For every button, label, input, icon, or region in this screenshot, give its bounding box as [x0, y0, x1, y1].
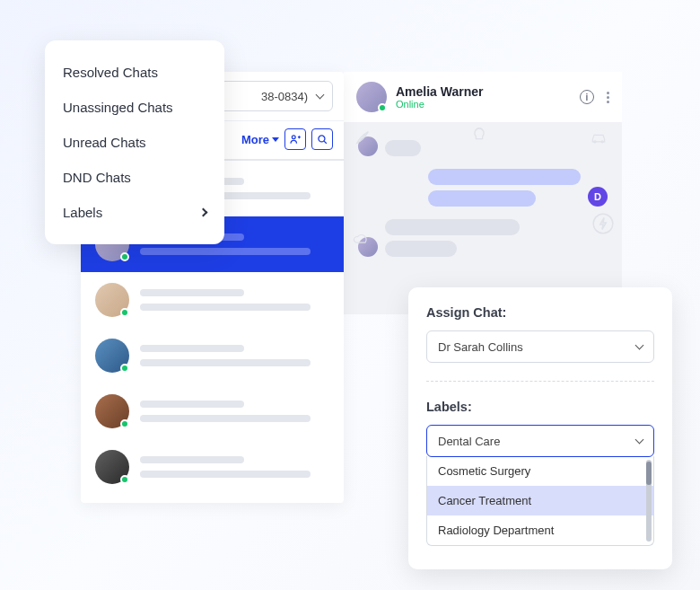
- contact-name: Amelia Warner: [396, 84, 484, 99]
- filter-item-label: DND Chats: [63, 170, 131, 185]
- labels-select[interactable]: Dental Care: [426, 425, 654, 457]
- add-user-button[interactable]: [284, 128, 306, 150]
- bolt-icon: [591, 212, 615, 235]
- assign-chat-value: Dr Sarah Collins: [438, 340, 523, 354]
- conversation-body: D: [344, 122, 622, 284]
- svg-point-0: [292, 136, 295, 139]
- caret-down-icon: [272, 137, 279, 142]
- info-icon[interactable]: i: [580, 90, 594, 104]
- assign-panel: Assign Chat: Dr Sarah Collins Labels: De…: [408, 287, 672, 569]
- conversation-header: Amelia Warner Online i: [344, 72, 622, 122]
- filter-menu: Resolved Chats Unassinged Chats Unread C…: [45, 40, 224, 244]
- conversation-panel: Amelia Warner Online i D: [344, 72, 622, 314]
- avatar: [95, 450, 129, 484]
- chat-row[interactable]: [81, 383, 344, 439]
- bulb-icon: [469, 126, 489, 145]
- assign-chat-select[interactable]: Dr Sarah Collins: [426, 330, 654, 363]
- divider: [426, 381, 654, 382]
- chevron-down-icon: [635, 436, 644, 445]
- labels-options-popup: Cosmetic Surgery Cancer Treatment Radiol…: [426, 456, 654, 546]
- chat-row[interactable]: [81, 439, 344, 495]
- label-option[interactable]: Cosmetic Surgery: [427, 456, 653, 486]
- labels-section-label: Labels:: [426, 400, 654, 414]
- avatar: [95, 394, 129, 428]
- svg-point-1: [318, 135, 324, 141]
- filter-item-label: Labels: [63, 205, 102, 220]
- chevron-right-icon: [199, 208, 208, 217]
- label-option-highlighted[interactable]: Cancer Treatment: [427, 486, 653, 515]
- car-icon: [588, 128, 609, 145]
- message-row-right: D: [358, 169, 608, 207]
- chevron-down-icon: [316, 91, 325, 100]
- avatar: [95, 283, 129, 317]
- search-button[interactable]: [311, 128, 333, 150]
- filter-item-resolved[interactable]: Resolved Chats: [45, 55, 224, 90]
- filter-item-label: Unassinged Chats: [63, 100, 173, 115]
- avatar: [95, 339, 129, 373]
- svg-point-5: [593, 214, 613, 233]
- chat-row[interactable]: [81, 328, 344, 383]
- filter-item-unassigned[interactable]: Unassinged Chats: [45, 90, 224, 125]
- rocket-icon: [353, 128, 372, 147]
- filter-item-label: Unread Chats: [63, 135, 146, 150]
- filter-item-unread[interactable]: Unread Chats: [45, 125, 224, 160]
- more-label: More: [241, 133, 269, 146]
- filter-item-label: Resolved Chats: [63, 65, 158, 80]
- scrollbar[interactable]: [646, 460, 652, 542]
- cloud-icon: [349, 230, 372, 248]
- contact-status: Online: [396, 99, 484, 110]
- more-menu-icon[interactable]: [607, 92, 609, 103]
- more-dropdown[interactable]: More: [241, 133, 279, 146]
- user-plus-icon: [289, 133, 302, 145]
- chat-row[interactable]: [81, 272, 344, 328]
- chevron-down-icon: [635, 341, 644, 350]
- labels-select-value: Dental Care: [438, 435, 500, 448]
- message-avatar: D: [588, 187, 608, 207]
- phone-number-fragment: 38-0834): [261, 90, 308, 103]
- svg-point-2: [363, 135, 366, 137]
- filter-item-labels[interactable]: Labels: [45, 195, 224, 230]
- search-icon: [317, 134, 328, 145]
- header-avatar: [356, 82, 387, 112]
- assign-chat-label: Assign Chat:: [426, 305, 654, 320]
- label-option[interactable]: Radiology Department: [427, 515, 653, 545]
- filter-item-dnd[interactable]: DND Chats: [45, 160, 224, 195]
- message-row-left: [358, 219, 608, 257]
